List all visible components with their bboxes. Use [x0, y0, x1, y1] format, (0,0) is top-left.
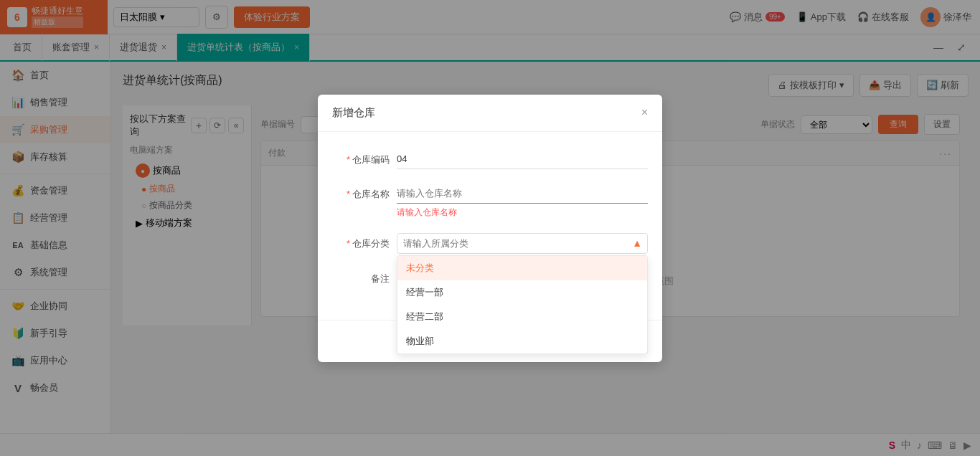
- modal-title: 新增仓库: [332, 106, 375, 120]
- category-option-unclassified[interactable]: 未分类: [397, 256, 647, 280]
- modal-body: 仓库编码 仓库名称 请输入仓库名称 仓库分类 ▲: [318, 132, 662, 320]
- modal-header: 新增仓库 ×: [318, 95, 662, 132]
- name-error-message: 请输入仓库名称: [397, 206, 648, 219]
- modal-overlay: 新增仓库 × 仓库编码 仓库名称 请输入仓库名称 仓库分类: [0, 0, 980, 456]
- category-label: 仓库分类: [332, 233, 390, 250]
- category-option-ops2[interactable]: 经营二部: [397, 305, 647, 329]
- category-form-row: 仓库分类 ▲ 未分类 经营一部 经营二部 物业部: [332, 233, 648, 254]
- add-warehouse-modal: 新增仓库 × 仓库编码 仓库名称 请输入仓库名称 仓库分类: [318, 95, 662, 362]
- category-option-ops1[interactable]: 经营一部: [397, 280, 647, 305]
- code-form-row: 仓库编码: [332, 149, 648, 169]
- category-dropdown: 未分类 经营一部 经营二部 物业部: [397, 255, 648, 354]
- name-control: 请输入仓库名称: [397, 184, 648, 219]
- modal-close-button[interactable]: ×: [641, 106, 648, 119]
- code-control: [397, 149, 648, 169]
- warehouse-category-input[interactable]: [397, 233, 648, 254]
- notes-label: 备注: [332, 268, 390, 285]
- warehouse-name-input[interactable]: [397, 184, 648, 204]
- name-form-row: 仓库名称 请输入仓库名称: [332, 184, 648, 219]
- category-chevron-icon[interactable]: ▲: [632, 237, 642, 249]
- code-label: 仓库编码: [332, 149, 390, 166]
- name-label: 仓库名称: [332, 184, 390, 201]
- warehouse-code-input[interactable]: [397, 149, 648, 169]
- category-control: ▲ 未分类 经营一部 经营二部 物业部: [397, 233, 648, 254]
- category-option-property[interactable]: 物业部: [397, 329, 647, 353]
